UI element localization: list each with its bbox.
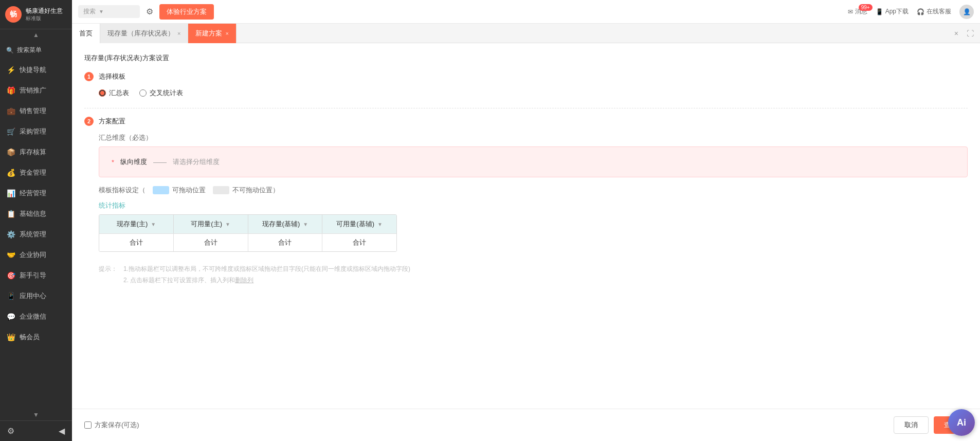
- step2-header: 2 方案配置: [84, 117, 968, 126]
- radio-cross-input[interactable]: [139, 89, 147, 97]
- user-avatar[interactable]: 👤: [959, 5, 974, 19]
- sidebar-item-finance[interactable]: 💰 资金管理: [0, 162, 72, 183]
- cancel-button[interactable]: 取消: [894, 416, 929, 434]
- sidebar-search[interactable]: 🔍 搜索菜单: [0, 41, 72, 60]
- sidebar-item-cooperation[interactable]: 🤝 企业协同: [0, 245, 72, 265]
- search-icon: 🔍: [6, 47, 14, 54]
- app-center-icon: 📱: [6, 291, 15, 301]
- topbar-gear-icon[interactable]: ⚙: [146, 7, 153, 16]
- panel-footer: 方案保存(可选) 取消 查询: [72, 409, 980, 441]
- col-available-main-label: 可用量(主): [191, 219, 222, 229]
- stats-col-current-main[interactable]: 现存量(主) ▼: [99, 215, 174, 233]
- tab-new-plan[interactable]: 新建方案 ×: [188, 24, 236, 43]
- main-area: 搜索 ▼ ⚙ 体验行业方案 ✉ 消息 99+ 📱 App下载 🎧 在线客服 👤: [72, 0, 980, 441]
- sidebar-item-operations[interactable]: 📊 经营管理: [0, 183, 72, 204]
- sidebar-item-label: 企业协同: [20, 250, 46, 260]
- basic-info-icon: 📋: [6, 209, 15, 218]
- system-icon: ⚙️: [6, 230, 15, 239]
- operations-icon: 📊: [6, 189, 15, 198]
- tab-inventory-status[interactable]: 现存量（库存状况表） ×: [100, 24, 188, 43]
- col-current-aux-dropdown[interactable]: ▼: [303, 222, 308, 227]
- ai-fab-button[interactable]: Ai: [948, 409, 975, 436]
- app-version: 标准版: [26, 15, 63, 22]
- stats-col-available-aux[interactable]: 可用量(基辅) ▼: [322, 215, 396, 233]
- fullscreen-icon[interactable]: ⛶: [965, 27, 976, 40]
- tab-inventory-close-icon[interactable]: ×: [177, 24, 180, 43]
- dimension-row: * 纵向维度 —— 请选择分组维度: [112, 157, 955, 167]
- step1-header: 1 选择模板: [84, 72, 968, 81]
- stats-cell-1-1: 合计: [99, 234, 174, 251]
- message-icon: ✉: [848, 8, 853, 15]
- avatar-placeholder: 👤: [963, 8, 971, 15]
- message-button[interactable]: ✉ 消息 99+: [848, 7, 867, 16]
- sidebar-item-purchase[interactable]: 🛒 采购管理: [0, 121, 72, 142]
- col-available-main-dropdown[interactable]: ▼: [225, 222, 230, 227]
- topbar-search-dropdown-arrow: ▼: [99, 9, 104, 14]
- sidebar-item-inventory[interactable]: 📦 库存核算: [0, 142, 72, 162]
- aggregate-label: 汇总维度（必选）: [99, 133, 968, 142]
- settings-icon[interactable]: ⚙: [7, 426, 14, 436]
- sidebar-scroll-down[interactable]: ▼: [0, 409, 72, 420]
- col-current-main-dropdown[interactable]: ▼: [151, 222, 156, 227]
- settings-panel: 现存量(库存状况表)方案设置 1 选择模板 汇总表 交叉统计: [72, 43, 980, 409]
- tabs-bar: 首页 现存量（库存状况表） × 新建方案 × × ⛶: [72, 24, 980, 43]
- app-download-button[interactable]: 📱 App下载: [876, 7, 909, 16]
- radio-cross[interactable]: 交叉统计表: [139, 88, 183, 98]
- step1-body: 汇总表 交叉统计表: [84, 88, 968, 98]
- sales-icon: 💼: [6, 106, 15, 116]
- stats-title: 统计指标: [99, 201, 968, 210]
- col-available-aux-dropdown[interactable]: ▼: [377, 222, 383, 227]
- sidebar-item-label: 库存核算: [20, 148, 46, 157]
- tips-section: 提示： 1.拖动标题栏可以调整布局，不可跨维度或指标区域拖动拦目字段(只能在同一…: [99, 264, 968, 286]
- movable-box-icon: [153, 186, 169, 194]
- sidebar-item-app-center[interactable]: 📱 应用中心: [0, 286, 72, 306]
- step2-body: 汇总维度（必选） * 纵向维度 —— 请选择分组维度 模板指标设定（: [84, 133, 968, 286]
- stats-cell-1-4: 合计: [322, 234, 396, 251]
- delete-col-link[interactable]: 删除列: [235, 277, 253, 284]
- sidebar-item-label: 营销推广: [20, 86, 46, 95]
- sidebar-scroll-up[interactable]: ▲: [0, 29, 72, 41]
- col-current-main-label: 现存量(主): [117, 219, 148, 229]
- sidebar-item-quick-nav[interactable]: ⚡ 快捷导航: [0, 60, 72, 80]
- sidebar-item-sales[interactable]: 💼 销售管理: [0, 101, 72, 121]
- sidebar-item-label: 新手引导: [20, 271, 46, 280]
- stats-cell-1-2: 合计: [174, 234, 248, 251]
- step2-title: 方案配置: [99, 117, 125, 126]
- sidebar-bottom: ⚙ ◀: [0, 420, 72, 441]
- radio-summary[interactable]: 汇总表: [99, 88, 129, 98]
- tabs-right-actions: × ⛶: [952, 27, 980, 40]
- trial-button[interactable]: 体验行业方案: [159, 4, 214, 20]
- save-checkbox[interactable]: [84, 421, 92, 429]
- sidebar-item-system[interactable]: ⚙️ 系统管理: [0, 224, 72, 245]
- col-available-aux-label: 可用量(基辅): [336, 219, 374, 229]
- dimension-placeholder[interactable]: 请选择分组维度: [173, 157, 220, 167]
- sidebar: 畅 畅康通好生意 标准版 ▲ 🔍 搜索菜单 ⚡ 快捷导航 🎁 营销推广 💼 销售…: [0, 0, 72, 441]
- sound-icon[interactable]: ◀: [59, 426, 65, 436]
- online-service-button[interactable]: 🎧 在线客服: [917, 7, 951, 16]
- message-badge: 99+: [859, 4, 873, 11]
- save-label: 方案保存(可选): [95, 420, 139, 430]
- close-window-icon[interactable]: ×: [952, 27, 960, 40]
- radio-cross-label: 交叉统计表: [150, 88, 183, 98]
- tab-home[interactable]: 首页: [72, 24, 100, 43]
- sidebar-logo: 畅 畅康通好生意 标准版: [0, 0, 72, 29]
- sidebar-item-wechat[interactable]: 💬 企业微信: [0, 306, 72, 327]
- stats-col-available-main[interactable]: 可用量(主) ▼: [174, 215, 248, 233]
- vip-icon: 👑: [6, 333, 15, 342]
- sidebar-item-guide[interactable]: 🎯 新手引导: [0, 265, 72, 286]
- stats-col-current-aux[interactable]: 现存量(基辅) ▼: [248, 215, 323, 233]
- tab-new-plan-close-icon[interactable]: ×: [225, 24, 228, 43]
- guide-icon: 🎯: [6, 271, 15, 280]
- sidebar-item-marketing[interactable]: 🎁 营销推广: [0, 80, 72, 101]
- sidebar-item-basic-info[interactable]: 📋 基础信息: [0, 204, 72, 224]
- online-service-label: 在线客服: [927, 7, 951, 16]
- app-logo-icon: 畅: [5, 6, 22, 23]
- sidebar-nav: ⚡ 快捷导航 🎁 营销推广 💼 销售管理 🛒 采购管理 📦 库存核算 💰 资金管…: [0, 60, 72, 409]
- footer-save-option: 方案保存(可选): [84, 420, 139, 430]
- phone-icon: 📱: [876, 8, 883, 15]
- sidebar-item-label: 资金管理: [20, 168, 46, 177]
- sidebar-search-label: 搜索菜单: [17, 46, 42, 54]
- sidebar-item-vip[interactable]: 👑 畅会员: [0, 327, 72, 347]
- topbar-search-area[interactable]: 搜索 ▼: [78, 5, 140, 18]
- radio-summary-input[interactable]: [99, 89, 106, 97]
